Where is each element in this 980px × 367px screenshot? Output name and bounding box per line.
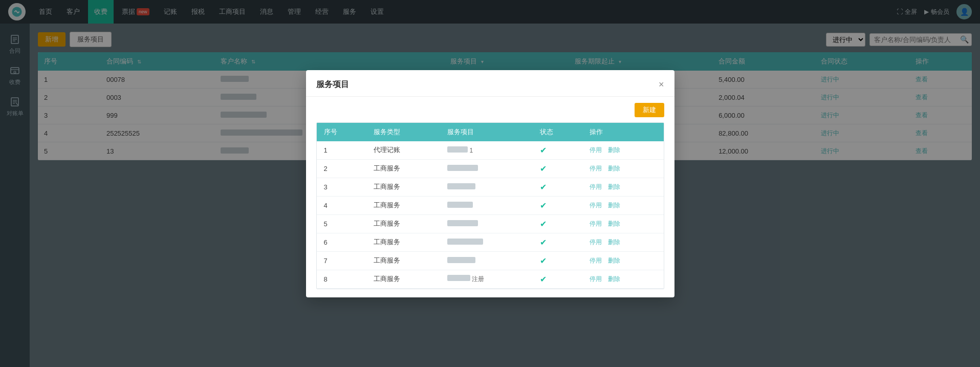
modal-cell-status: ✔	[533, 214, 582, 233]
status-check-icon: ✔	[540, 256, 547, 265]
modal-title: 服务项目	[316, 79, 349, 90]
modal-cell-item	[440, 251, 533, 270]
status-check-icon: ✔	[540, 146, 547, 155]
modal-cell-action: 停用 删除	[582, 178, 663, 196]
modal-cell-type: 代理记账	[366, 141, 440, 160]
stop-button[interactable]: 停用	[590, 220, 602, 227]
modal-cell-action: 停用 删除	[582, 141, 663, 160]
delete-button[interactable]: 删除	[608, 165, 620, 172]
modal-cell-type: 工商服务	[366, 196, 440, 214]
delete-button[interactable]: 删除	[608, 220, 620, 227]
delete-button[interactable]: 删除	[608, 146, 620, 154]
stop-button[interactable]: 停用	[590, 165, 602, 172]
modal-body: 新建 序号 服务类型 服务项目 状态 操作 1 代理记账	[306, 97, 674, 297]
service-items-modal: 服务项目 × 新建 序号 服务类型 服务项目 状态 操作	[306, 70, 674, 297]
delete-button[interactable]: 删除	[608, 183, 620, 190]
modal-cell-seq: 6	[317, 233, 366, 251]
modal-cell-status: ✔	[533, 159, 582, 178]
modal-close-button[interactable]: ×	[659, 80, 664, 89]
modal-cell-action: 停用 删除	[582, 196, 663, 214]
modal-cell-seq: 5	[317, 214, 366, 233]
modal-cell-item	[440, 196, 533, 214]
modal-cell-seq: 4	[317, 196, 366, 214]
modal-cell-type: 工商服务	[366, 233, 440, 251]
modal-cell-action: 停用 删除	[582, 159, 663, 178]
stop-button[interactable]: 停用	[590, 275, 602, 283]
modal-col-type: 服务类型	[366, 123, 440, 141]
status-check-icon: ✔	[540, 183, 547, 191]
stop-button[interactable]: 停用	[590, 146, 602, 154]
modal-col-action: 操作	[582, 123, 663, 141]
modal-cell-action: 停用 删除	[582, 270, 663, 288]
modal-cell-action: 停用 删除	[582, 214, 663, 233]
stop-button[interactable]: 停用	[590, 239, 602, 246]
modal-cell-status: ✔	[533, 196, 582, 214]
modal-cell-seq: 8	[317, 270, 366, 288]
delete-button[interactable]: 删除	[608, 257, 620, 264]
modal-cell-type: 工商服务	[366, 178, 440, 196]
modal-overlay[interactable]: 服务项目 × 新建 序号 服务类型 服务项目 状态 操作	[0, 0, 980, 367]
modal-cell-item: 注册	[440, 270, 533, 288]
modal-cell-status: ✔	[533, 178, 582, 196]
modal-cell-item: 1	[440, 141, 533, 160]
modal-cell-action: 停用 删除	[582, 233, 663, 251]
modal-cell-type: 工商服务	[366, 270, 440, 288]
modal-table-row: 8 工商服务 注册 ✔ 停用 删除	[317, 270, 664, 288]
service-items-table: 序号 服务类型 服务项目 状态 操作 1 代理记账 1 ✔ 停用 删除 2 工商…	[317, 123, 664, 289]
status-check-icon: ✔	[540, 275, 547, 284]
modal-table-row: 5 工商服务 ✔ 停用 删除	[317, 214, 664, 233]
modal-cell-status: ✔	[533, 270, 582, 288]
modal-table-row: 6 工商服务 ✔ 停用 删除	[317, 233, 664, 251]
modal-cell-item	[440, 159, 533, 178]
modal-table-row: 3 工商服务 ✔ 停用 删除	[317, 178, 664, 196]
modal-cell-status: ✔	[533, 233, 582, 251]
delete-button[interactable]: 删除	[608, 239, 620, 246]
stop-button[interactable]: 停用	[590, 183, 602, 190]
modal-cell-item	[440, 178, 533, 196]
modal-col-item: 服务项目	[440, 123, 533, 141]
modal-toolbar: 新建	[316, 103, 664, 117]
modal-cell-seq: 1	[317, 141, 366, 160]
modal-table-row: 2 工商服务 ✔ 停用 删除	[317, 159, 664, 178]
status-check-icon: ✔	[540, 164, 547, 173]
modal-cell-item	[440, 214, 533, 233]
modal-new-button[interactable]: 新建	[635, 103, 664, 117]
stop-button[interactable]: 停用	[590, 202, 602, 209]
status-check-icon: ✔	[540, 238, 547, 247]
modal-cell-type: 工商服务	[366, 159, 440, 178]
modal-table-row: 4 工商服务 ✔ 停用 删除	[317, 196, 664, 214]
modal-cell-action: 停用 删除	[582, 251, 663, 270]
modal-cell-status: ✔	[533, 141, 582, 160]
modal-table-row: 7 工商服务 ✔ 停用 删除	[317, 251, 664, 270]
stop-button[interactable]: 停用	[590, 257, 602, 264]
modal-cell-seq: 3	[317, 178, 366, 196]
modal-cell-seq: 2	[317, 159, 366, 178]
modal-header-row: 序号 服务类型 服务项目 状态 操作	[317, 123, 664, 141]
modal-col-seq: 序号	[317, 123, 366, 141]
modal-cell-seq: 7	[317, 251, 366, 270]
status-check-icon: ✔	[540, 220, 547, 228]
modal-cell-type: 工商服务	[366, 251, 440, 270]
modal-table-wrap[interactable]: 序号 服务类型 服务项目 状态 操作 1 代理记账 1 ✔ 停用 删除 2 工商…	[316, 122, 664, 289]
modal-cell-type: 工商服务	[366, 214, 440, 233]
modal-cell-item	[440, 233, 533, 251]
modal-table-row: 1 代理记账 1 ✔ 停用 删除	[317, 141, 664, 160]
modal-cell-status: ✔	[533, 251, 582, 270]
delete-button[interactable]: 删除	[608, 275, 620, 283]
delete-button[interactable]: 删除	[608, 202, 620, 209]
modal-header: 服务项目 ×	[306, 70, 674, 97]
modal-col-status: 状态	[533, 123, 582, 141]
status-check-icon: ✔	[540, 201, 547, 210]
